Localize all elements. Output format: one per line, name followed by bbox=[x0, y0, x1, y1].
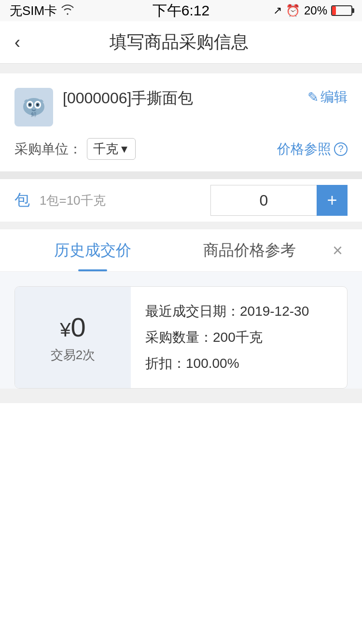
quantity-row-detail: 采购数量：200千克 bbox=[145, 327, 333, 348]
main-content-area bbox=[0, 403, 362, 644]
tabs-panel: 历史成交价 商品价格参考 × ¥0 交易2次 最近成交日期：2019-12-30… bbox=[0, 229, 362, 389]
svg-point-6 bbox=[37, 104, 39, 106]
product-info: [0000006]手撕面包 ✎ 编辑 bbox=[63, 88, 348, 109]
history-card: ¥0 交易2次 最近成交日期：2019-12-30 采购数量：200千克 折扣：… bbox=[14, 286, 348, 389]
unit-section: 采购单位： 千克 ▾ bbox=[14, 138, 136, 160]
help-icon: ? bbox=[334, 142, 348, 156]
plus-button[interactable]: + bbox=[317, 185, 348, 216]
edit-icon: ✎ bbox=[307, 89, 319, 105]
product-header: 鲜 [0000006]手撕面包 ✎ 编辑 bbox=[14, 88, 348, 126]
product-logo-icon: 鲜 bbox=[19, 93, 48, 122]
history-price-value: ¥0 bbox=[60, 311, 85, 343]
status-time: 下午6:12 bbox=[153, 1, 209, 21]
dropdown-icon: ▾ bbox=[121, 141, 127, 156]
tabs-header: 历史成交价 商品价格参考 × bbox=[0, 229, 362, 272]
history-transaction-count: 交易2次 bbox=[51, 347, 95, 364]
price-reference-button[interactable]: 价格参照 ? bbox=[277, 140, 348, 158]
section-divider bbox=[0, 171, 362, 179]
carrier-text: 无SIM卡 bbox=[10, 2, 57, 19]
unit-label: 采购单位： bbox=[14, 140, 82, 158]
unit-note: 1包=10千克 bbox=[40, 192, 106, 209]
svg-point-5 bbox=[29, 104, 31, 106]
quantity-input[interactable] bbox=[210, 185, 317, 216]
product-thumbnail: 鲜 bbox=[14, 88, 53, 126]
status-left: 无SIM卡 bbox=[10, 2, 74, 19]
edit-button[interactable]: ✎ 编辑 bbox=[307, 88, 348, 106]
quantity-input-wrap: + bbox=[115, 185, 348, 216]
tab-history-price[interactable]: 历史成交价 bbox=[14, 229, 171, 271]
battery-text: 20% bbox=[304, 4, 327, 17]
tab-product-price[interactable]: 商品价格参考 bbox=[171, 229, 327, 271]
product-name: [0000006]手撕面包 bbox=[63, 88, 193, 109]
unit-selector[interactable]: 千克 ▾ bbox=[87, 138, 136, 160]
battery-icon bbox=[331, 5, 352, 16]
alarm-icon: ⏰ bbox=[286, 4, 300, 17]
location-icon: ↗ bbox=[273, 4, 282, 17]
back-button[interactable]: ‹ bbox=[10, 28, 25, 57]
latest-date-row: 最近成交日期：2019-12-30 bbox=[145, 301, 333, 322]
status-bar: 无SIM卡 下午6:12 ↗ ⏰ 20% bbox=[0, 0, 362, 21]
status-right: ↗ ⏰ 20% bbox=[273, 4, 352, 17]
discount-row: 折扣：100.00% bbox=[145, 353, 333, 374]
svg-text:鲜: 鲜 bbox=[31, 111, 37, 117]
close-button[interactable]: × bbox=[328, 236, 348, 266]
quantity-row: 包 1包=10千克 + bbox=[0, 179, 362, 222]
history-detail: 最近成交日期：2019-12-30 采购数量：200千克 折扣：100.00% bbox=[131, 287, 347, 388]
page-header: ‹ 填写商品采购信息 bbox=[0, 21, 362, 64]
product-footer: 采购单位： 千克 ▾ 价格参照 ? bbox=[14, 138, 348, 160]
wifi-icon bbox=[61, 3, 74, 18]
page-title: 填写商品采购信息 bbox=[25, 30, 333, 54]
product-card: 鲜 [0000006]手撕面包 ✎ 编辑 采购单位： 千克 ▾ bbox=[0, 73, 362, 171]
history-price-summary: ¥0 交易2次 bbox=[15, 287, 131, 388]
package-label: 包 bbox=[14, 190, 30, 211]
